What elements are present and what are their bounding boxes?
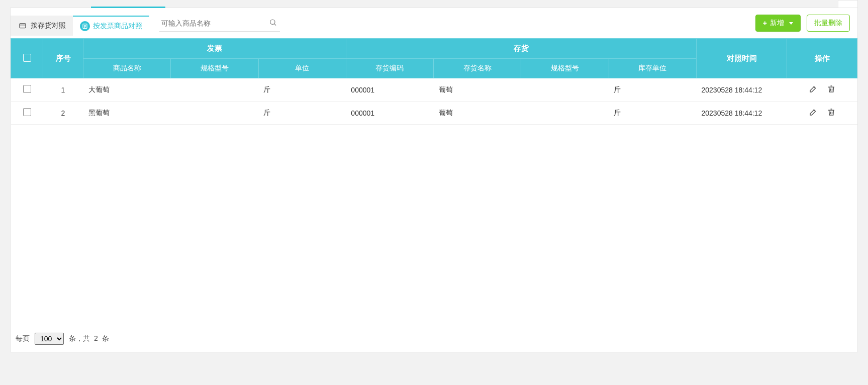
- cell-invoice-spec: [171, 102, 258, 125]
- cell-inv-code: 000001: [346, 78, 433, 102]
- row-checkbox[interactable]: [23, 108, 31, 116]
- col-group-invoice: 发票: [83, 39, 346, 59]
- cell-seq: 1: [43, 78, 83, 102]
- col-inv-unit: 库存单位: [609, 59, 696, 78]
- per-page-label: 每页: [16, 334, 30, 343]
- cell-invoice-unit: 斤: [258, 102, 346, 125]
- col-mapped-time: 对照时间: [697, 39, 787, 78]
- cell-inv-unit: 斤: [609, 102, 696, 125]
- table-row: 2黑葡萄斤000001葡萄斤20230528 18:44:12: [11, 102, 857, 125]
- col-invoice-name: 商品名称: [83, 59, 171, 78]
- tab-by-inventory[interactable]: 按存货对照: [11, 16, 73, 36]
- cell-mapped-time: 20230528 18:44:12: [697, 78, 787, 102]
- svg-rect-0: [20, 24, 26, 28]
- search-icon[interactable]: [269, 19, 277, 28]
- delete-icon[interactable]: [827, 84, 836, 95]
- col-invoice-unit: 单位: [258, 59, 346, 78]
- cell-invoice-name: 大葡萄: [83, 78, 171, 102]
- row-checkbox[interactable]: [23, 85, 31, 93]
- bulk-delete-button[interactable]: 批量删除: [807, 15, 850, 32]
- svg-point-2: [270, 20, 275, 24]
- col-inv-code: 存货编码: [346, 59, 433, 78]
- edit-icon[interactable]: [809, 84, 818, 95]
- cell-inv-unit: 斤: [609, 78, 696, 102]
- receipt-icon: [80, 21, 90, 31]
- plus-icon: +: [763, 19, 767, 27]
- add-button[interactable]: + 新增: [755, 15, 801, 32]
- col-inv-spec: 规格型号: [521, 59, 609, 78]
- col-seq: 序号: [43, 39, 83, 78]
- select-all-checkbox[interactable]: [23, 54, 31, 62]
- per-page-select[interactable]: 100: [35, 333, 64, 345]
- cell-invoice-unit: 斤: [258, 78, 346, 102]
- cell-inv-code: 000001: [346, 102, 433, 125]
- cell-inv-name: 葡萄: [434, 78, 521, 102]
- col-group-inventory: 存货: [346, 39, 696, 59]
- tab-by-invoice-product[interactable]: 按发票商品对照: [73, 16, 149, 36]
- cell-invoice-spec: [171, 78, 258, 102]
- bulk-delete-button-label: 批量删除: [814, 19, 842, 28]
- pager-suffix-prefix: 条，共: [69, 334, 90, 342]
- col-invoice-spec: 规格型号: [171, 59, 258, 78]
- cell-mapped-time: 20230528 18:44:12: [697, 102, 787, 125]
- cell-invoice-name: 黑葡萄: [83, 102, 171, 125]
- cell-inv-spec: [521, 78, 609, 102]
- delete-icon[interactable]: [827, 108, 836, 118]
- add-button-label: 新增: [770, 19, 784, 28]
- cell-inv-name: 葡萄: [434, 102, 521, 125]
- tab-by-inventory-label: 按存货对照: [31, 21, 66, 30]
- pager-total: 2: [92, 334, 100, 342]
- col-ops: 操作: [787, 39, 857, 78]
- table-row: 1大葡萄斤000001葡萄斤20230528 18:44:12: [11, 78, 857, 102]
- col-inv-name: 存货名称: [434, 59, 521, 78]
- top-tab-accent: [91, 7, 165, 8]
- cell-inv-spec: [521, 102, 609, 125]
- cell-seq: 2: [43, 102, 83, 125]
- wallet-icon: [18, 21, 28, 31]
- chevron-down-icon: [789, 22, 793, 25]
- pager-suffix-suffix: 条: [102, 334, 109, 342]
- search-input[interactable]: [159, 15, 280, 32]
- edit-icon[interactable]: [809, 108, 818, 118]
- tab-by-invoice-product-label: 按发票商品对照: [93, 22, 142, 31]
